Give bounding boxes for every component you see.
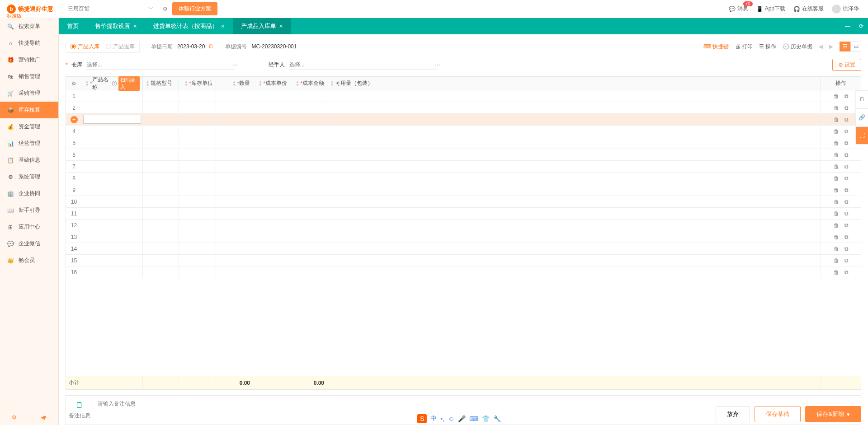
avatar-icon: [832, 5, 841, 14]
dept-selector[interactable]: 日用百货 ﹀: [68, 5, 158, 13]
online-service-button[interactable]: 🎧 在线客服: [793, 5, 824, 13]
user-menu[interactable]: 徐泽华: [832, 5, 859, 14]
logo-text: 畅捷通好生意: [18, 5, 53, 13]
user-name: 徐泽华: [843, 5, 859, 13]
version-tag: 标准版: [7, 13, 22, 18]
try-industry-button[interactable]: 体验行业方案: [172, 2, 217, 15]
app-download-button[interactable]: 📱 App下载: [756, 5, 785, 13]
online-service-label: 在线客服: [802, 5, 824, 13]
header-right: 💬 消息 70 📱 App下载 🎧 在线客服 徐泽华: [729, 5, 868, 14]
top-header: b 畅捷通好生意 标准版 日用百货 ﹀ ⚙ 体验行业方案 💬 消息 70 📱 A…: [0, 0, 868, 18]
gear-icon[interactable]: ⚙: [163, 6, 168, 12]
messages-button[interactable]: 💬 消息 70: [729, 5, 748, 13]
logo-icon: b: [7, 5, 16, 14]
headset-icon: 🎧: [793, 6, 800, 12]
message-icon: 💬: [729, 6, 736, 12]
app-download-label: App下载: [765, 5, 785, 13]
messages-badge: 70: [743, 1, 753, 6]
logo-area: b 畅捷通好生意: [0, 5, 59, 14]
phone-icon: 📱: [756, 6, 763, 12]
dept-value: 日用百货: [68, 5, 90, 13]
chevron-down-icon: ﹀: [148, 5, 154, 13]
